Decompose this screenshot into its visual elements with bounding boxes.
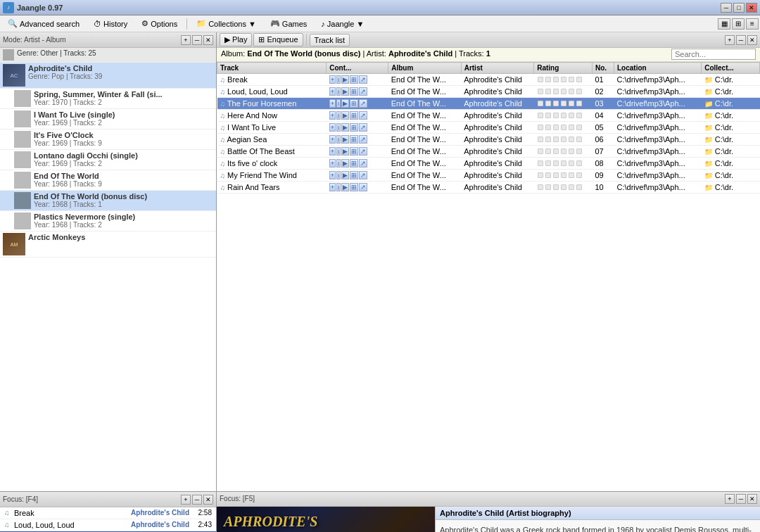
add-icon[interactable]: + — [329, 75, 336, 84]
add-icon[interactable]: + — [329, 123, 336, 132]
table-row[interactable]: ♫ Its five o' clock + i ▶ ⊞ ↗ End Of The… — [217, 158, 760, 170]
table-row[interactable]: ♫ Break + i ▶ ⊞ ↗ End Of The W... Aphrod… — [217, 74, 760, 86]
rb-add[interactable]: + — [725, 494, 735, 504]
enq-icon[interactable]: ⊞ — [350, 159, 358, 167]
info-icon[interactable]: i — [336, 135, 341, 144]
link-icon[interactable]: ↗ — [359, 123, 367, 132]
col-album[interactable]: Album — [388, 63, 461, 74]
info-icon[interactable]: i — [336, 183, 341, 191]
right-panel-close[interactable]: ✕ — [747, 35, 757, 45]
list-item[interactable]: ♫ Break Aphrodite's Child 2:58 — [0, 507, 216, 519]
enq-icon[interactable]: ⊞ — [350, 183, 358, 191]
info-icon[interactable]: i — [336, 99, 341, 108]
table-row[interactable]: ♫ My Friend The Wind + i ▶ ⊞ ↗ End Of Th… — [217, 170, 760, 182]
col-track[interactable]: Track — [217, 63, 327, 74]
menu-advanced-search[interactable]: 🔍 Advanced search — [1, 17, 86, 30]
add-icon[interactable]: + — [329, 147, 336, 156]
link-icon[interactable]: ↗ — [359, 75, 367, 84]
link-icon[interactable]: ↗ — [359, 183, 367, 191]
left-panel-minimize[interactable]: ─ — [192, 35, 202, 45]
right-panel-minimize[interactable]: ─ — [736, 35, 746, 45]
enqueue-button[interactable]: ⊞ Enqueue — [253, 33, 303, 46]
link-icon[interactable]: ↗ — [359, 159, 367, 167]
play-icon[interactable]: ▶ — [341, 171, 349, 179]
play-icon[interactable]: ▶ — [341, 123, 349, 132]
enq-icon[interactable]: ⊞ — [350, 147, 358, 156]
link-icon[interactable]: ↗ — [359, 171, 367, 179]
list-item[interactable]: Plastics Nevermore (single) Year: 1968 |… — [0, 211, 216, 232]
add-icon[interactable]: + — [329, 99, 336, 108]
minimize-button[interactable]: ─ — [721, 3, 732, 13]
add-icon[interactable]: + — [329, 183, 336, 191]
table-row[interactable]: ♫ Loud, Loud, Loud + i ▶ ⊞ ↗ End Of The … — [217, 86, 760, 98]
menu-games[interactable]: 🎮 Games — [264, 17, 313, 30]
col-collect[interactable]: Collect... — [702, 63, 760, 74]
layout-btn-1[interactable]: ▦ — [718, 18, 730, 30]
list-item[interactable]: Spring, Summer, Winter & Fall (si... Yea… — [0, 89, 216, 109]
enq-icon[interactable]: ⊞ — [350, 99, 358, 108]
play-icon[interactable]: ▶ — [341, 135, 349, 144]
enq-icon[interactable]: ⊞ — [350, 171, 358, 179]
list-item[interactable]: I Want To Live (single) Year: 1969 | Tra… — [0, 109, 216, 129]
info-icon[interactable]: i — [336, 147, 341, 156]
play-icon[interactable]: ▶ — [341, 111, 349, 120]
col-no[interactable]: No. — [592, 63, 614, 74]
play-icon[interactable]: ▶ — [341, 147, 349, 156]
info-icon[interactable]: i — [336, 87, 341, 96]
menu-options[interactable]: ⚙ Options — [135, 17, 184, 30]
play-icon[interactable]: ▶ — [341, 99, 349, 108]
play-icon[interactable]: ▶ — [341, 75, 349, 84]
focus-add[interactable]: + — [181, 495, 191, 505]
col-location[interactable]: Location — [614, 63, 701, 74]
enq-icon[interactable]: ⊞ — [350, 111, 358, 120]
table-row[interactable]: ♫ I Want To Live + i ▶ ⊞ ↗ End Of The W.… — [217, 122, 760, 134]
add-icon[interactable]: + — [329, 87, 336, 96]
link-icon[interactable]: ↗ — [359, 147, 367, 156]
focus-minimize[interactable]: ─ — [192, 495, 202, 505]
list-item[interactable]: End Of The World Year: 1968 | Tracks: 9 — [0, 170, 216, 191]
col-rating[interactable]: Rating — [534, 63, 593, 74]
link-icon[interactable]: ↗ — [359, 135, 367, 144]
play-icon[interactable]: ▶ — [341, 159, 349, 167]
table-row[interactable]: ♫ The Four Horsemen + i ▶ ⊞ ↗ End Of The… — [217, 98, 760, 110]
info-icon[interactable]: i — [336, 171, 341, 179]
table-row[interactable]: ♫ Rain And Tears + i ▶ ⊞ ↗ End Of The W.… — [217, 182, 760, 194]
enq-icon[interactable]: ⊞ — [350, 87, 358, 96]
link-icon[interactable]: ↗ — [359, 99, 367, 108]
table-row[interactable]: ♫ Here And Now + i ▶ ⊞ ↗ End Of The W...… — [217, 110, 760, 122]
col-artist[interactable]: Artist — [461, 63, 533, 74]
table-row[interactable]: ♫ Aegian Sea + i ▶ ⊞ ↗ End Of The W... A… — [217, 134, 760, 146]
list-item[interactable]: Lontano dagli Occhi (single) Year: 1969 … — [0, 150, 216, 170]
list-item[interactable]: End Of The World (bonus disc) Year: 1968… — [0, 191, 216, 211]
close-button[interactable]: ✕ — [746, 3, 757, 13]
list-item[interactable]: It's Five O'Clock Year: 1969 | Tracks: 9 — [0, 129, 216, 150]
left-panel-close[interactable]: ✕ — [203, 35, 213, 45]
list-item[interactable]: AC Aphrodite's Child Genre: Pop | Tracks… — [0, 63, 216, 89]
info-icon[interactable]: i — [336, 111, 341, 120]
enq-icon[interactable]: ⊞ — [350, 135, 358, 144]
layout-btn-2[interactable]: ⊞ — [732, 18, 745, 30]
info-icon[interactable]: i — [336, 159, 341, 167]
col-cont[interactable]: Cont... — [327, 63, 388, 74]
right-panel-add[interactable]: + — [725, 35, 735, 45]
search-input[interactable] — [671, 49, 756, 60]
table-row[interactable]: ♫ Battle Of The Beast + i ▶ ⊞ ↗ End Of T… — [217, 146, 760, 158]
list-item[interactable]: ♫ Loud, Loud, Loud Aphrodite's Child 2:4… — [0, 519, 216, 531]
focus-close[interactable]: ✕ — [203, 495, 213, 505]
bio-text[interactable]: Aphrodite's Child was a Greek rock band … — [436, 520, 760, 532]
list-item[interactable]: AM Arctic Monkeys — [0, 232, 216, 258]
add-icon[interactable]: + — [329, 135, 336, 144]
link-icon[interactable]: ↗ — [359, 87, 367, 96]
enq-icon[interactable]: ⊞ — [350, 123, 358, 132]
layout-btn-3[interactable]: ≡ — [746, 18, 759, 30]
menu-history[interactable]: ⏱ History — [87, 18, 134, 30]
add-icon[interactable]: + — [329, 111, 336, 120]
info-icon[interactable]: i — [336, 75, 341, 84]
add-icon[interactable]: + — [329, 171, 336, 179]
maximize-button[interactable]: □ — [733, 3, 745, 13]
play-icon[interactable]: ▶ — [341, 183, 349, 191]
play-icon[interactable]: ▶ — [341, 87, 349, 96]
link-icon[interactable]: ↗ — [359, 111, 367, 120]
play-button[interactable]: ▶ ▶ PlayPlay — [220, 33, 252, 46]
tracklist-button[interactable]: Track list — [310, 34, 350, 46]
